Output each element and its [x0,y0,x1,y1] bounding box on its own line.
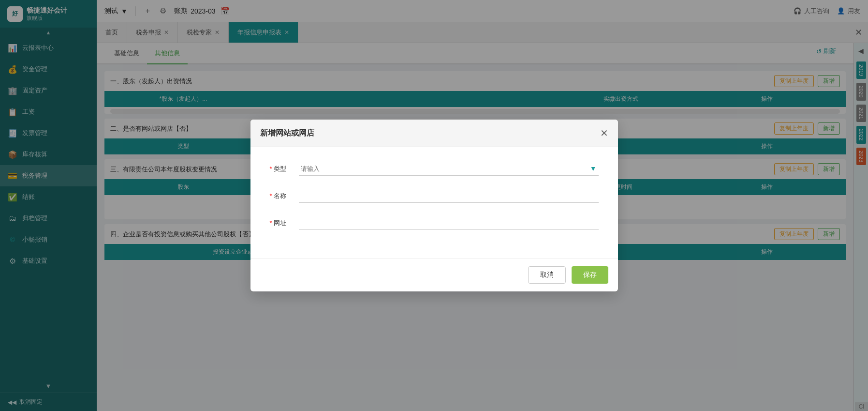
type-label: * 类型 [270,165,299,173]
form-row-name: * 名称 [270,189,599,203]
modal-overlay: 新增网站或网店 ✕ * 类型 ▼ * 名称 [0,0,868,411]
url-input[interactable] [299,216,599,230]
modal-title: 新增网站或网店 [260,128,314,138]
name-input[interactable] [299,189,599,203]
type-input[interactable] [301,165,590,172]
required-star: * [270,165,272,172]
type-select[interactable]: ▼ [299,162,599,176]
modal-body: * 类型 ▼ * 名称 * 网址 [250,147,618,258]
modal-header: 新增网站或网店 ✕ [250,120,618,147]
modal-close-button[interactable]: ✕ [600,127,608,139]
name-label: * 名称 [270,192,299,200]
required-star: * [270,219,272,227]
cancel-button[interactable]: 取消 [528,266,566,284]
form-row-url: * 网址 [270,216,599,230]
modal-footer: 取消 保存 [250,258,618,291]
save-button[interactable]: 保存 [572,266,608,284]
form-row-type: * 类型 ▼ [270,162,599,176]
required-star: * [270,192,272,199]
dropdown-arrow-icon: ▼ [590,165,597,172]
modal-add-website: 新增网站或网店 ✕ * 类型 ▼ * 名称 [250,120,618,291]
url-label: * 网址 [270,219,299,228]
